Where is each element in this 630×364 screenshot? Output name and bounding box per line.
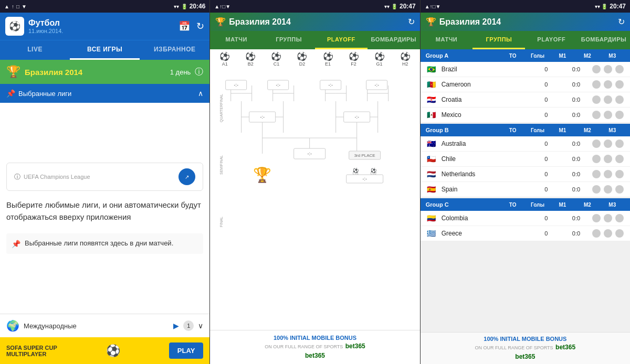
flag-croatia: 🇭🇷	[426, 95, 437, 104]
cl-info: ⓘ UEFA Champions League	[14, 173, 90, 181]
tab-matches-2[interactable]: МАТЧИ	[210, 31, 262, 49]
circle-3	[615, 229, 624, 238]
group-c-m3: М3	[600, 202, 625, 208]
ball-e1: ⚽	[323, 51, 333, 61]
champions-league-box: ⓘ UEFA Champions League ↗	[6, 163, 203, 191]
goals-spain: 0:0	[561, 186, 591, 192]
bracket-top-row: ⚽ A1 ⚽ B2 ⚽ C1 ⚽ D2 ⚽ E1 ⚽ F2	[214, 51, 415, 67]
bet365-brand-2: bet365	[345, 342, 365, 350]
calendar-icon[interactable]: 📅	[178, 20, 190, 32]
flag-netherlands: 🇳🇱	[426, 170, 437, 178]
to-croatia: 0	[531, 97, 561, 103]
status-bar-3: ▲↑□▼ ▾▾ 🔋 20:47	[421, 0, 630, 13]
tab-groups-2[interactable]: ГРУППЫ	[262, 31, 315, 49]
svg-text:-:-: -:-	[329, 82, 333, 88]
tab-scorers-2[interactable]: БОМБАРДИРЫ	[368, 31, 420, 49]
refresh-icon-2[interactable]: ↻	[408, 17, 415, 27]
group-a-to: ТО	[500, 53, 525, 59]
tab-scorers-3[interactable]: БОМБАРДИРЫ	[578, 31, 630, 49]
refresh-icon-3[interactable]: ↻	[618, 17, 625, 27]
to-cameroon: 0	[531, 81, 561, 88]
circle-3	[615, 80, 624, 89]
play-icon-small[interactable]: ▶	[173, 322, 179, 330]
group-b-header: Group B ТО Голы М1 М2 М3	[421, 124, 630, 136]
signal-icon-2: ▲↑□▼	[214, 4, 230, 9]
bonus-subtext-2: ON OUR FULL RANGE OF SPORTS	[265, 344, 343, 349]
slot-label-f2: F2	[351, 61, 356, 67]
svg-text:-:-: -:-	[355, 114, 360, 120]
circle-3	[615, 185, 624, 194]
info-icon[interactable]: ⓘ	[195, 67, 203, 78]
flag-greece: 🇬🇷	[426, 229, 437, 238]
group-b-name: Group B	[426, 127, 500, 133]
slot-label-d2: D2	[299, 61, 306, 67]
group-c-m2: М2	[575, 202, 600, 208]
tab-groups-3[interactable]: ГРУППЫ	[472, 31, 525, 49]
team-row-colombia: 🇨🇴 Colombia 0 0:0	[421, 211, 630, 226]
international-label: Международные	[24, 322, 169, 330]
tab-playoff-2[interactable]: PLAYOFF	[315, 31, 368, 49]
brazil-day: 1 день	[170, 68, 191, 76]
group-table-c: Group C ТО Голы М1 М2 М3 🇨🇴 Colombia 0 0…	[421, 198, 630, 241]
goals-chile: 0:0	[561, 156, 591, 162]
status-bar-left-3: ▲↑□▼	[425, 4, 441, 9]
group-b-m1: М1	[550, 127, 575, 133]
to-spain: 0	[531, 186, 561, 192]
circle-2	[604, 155, 612, 163]
to-australia: 0	[531, 141, 561, 147]
circle-1	[592, 95, 601, 104]
refresh-icon-1[interactable]: ↻	[196, 20, 204, 32]
team-row-spain: 🇪🇸 Spain 0 0:0	[421, 182, 630, 197]
ball-c1: ⚽	[271, 51, 281, 61]
trophy-icon: 🏆	[6, 65, 20, 79]
select-text: Выберите любимые лиги, и они автоматичес…	[6, 199, 203, 223]
wifi-icon-3: ▾▾ 🔋	[595, 4, 608, 9]
bonus-sub-2: ON OUR FULL RANGE OF SPORTS bet365	[214, 341, 415, 350]
team-row-chile: 🇨🇱 Chile 0 0:0	[421, 152, 630, 167]
brazil-header-3: 🏆 Бразилия 2014 ↻	[421, 13, 630, 31]
tab-favorites[interactable]: ИЗБРАННОЕ	[140, 40, 209, 60]
bonus-text-3: 100% INITIAL MOBILE BONUS	[426, 336, 625, 342]
time-display-3: 20:47	[610, 3, 626, 10]
goals-australia: 0:0	[561, 141, 591, 147]
slot-h2: ⚽ H2	[400, 51, 411, 67]
svg-text:3rd PLACE: 3rd PLACE	[354, 153, 375, 158]
bracket-visual: ⚽ A1 ⚽ B2 ⚽ C1 ⚽ D2 ⚽ E1 ⚽ F2	[210, 49, 419, 330]
slot-f2: ⚽ F2	[349, 51, 359, 67]
name-chile: Chile	[442, 155, 531, 163]
groups-area: Group A ТО Голы М1 М2 М3 🇧🇷 Brazil 0 0:0	[421, 49, 630, 332]
team-row-brazil: 🇧🇷 Brazil 0 0:0	[421, 62, 630, 77]
tab-live[interactable]: LIVE	[0, 40, 70, 60]
circle-3	[615, 214, 624, 222]
status-bar-right-2: ▾▾ 🔋 20:47	[384, 3, 415, 10]
bonus-bar-3: 100% INITIAL MOBILE BONUS ON OUR FULL RA…	[421, 332, 630, 364]
flag-spain: 🇪🇸	[426, 185, 437, 194]
nav-icon: ▼	[22, 4, 27, 9]
cl-info-icon: ⓘ	[14, 173, 20, 181]
name-croatia: Croatia	[442, 96, 531, 103]
circle-1	[592, 155, 601, 163]
to-brazil: 0	[531, 66, 561, 72]
chevron-down-icon[interactable]: ∨	[198, 322, 203, 330]
slot-a1: ⚽ A1	[219, 51, 230, 67]
bet365-logo-2: bet365	[305, 352, 325, 359]
group-c-goals: Голы	[525, 202, 550, 208]
name-netherlands: Netherlands	[442, 170, 531, 178]
tab-playoff-3[interactable]: PLAYOFF	[525, 31, 578, 49]
status-bar-2: ▲↑□▼ ▾▾ 🔋 20:47	[210, 0, 419, 13]
featured-leagues-header: 📌 Выбранные лиги ∧	[0, 84, 209, 103]
pin-icon: 📌	[6, 89, 15, 98]
slot-g1: ⚽ G1	[374, 51, 385, 67]
circle-2	[604, 214, 612, 222]
team-row-croatia: 🇭🇷 Croatia 0 0:0	[421, 92, 630, 108]
app-header-1: ⚽ Футбол 11.июн.2014. 📅 ↻	[0, 13, 209, 40]
tab-matches-3[interactable]: МАТЧИ	[421, 31, 473, 49]
circle-2	[604, 229, 612, 238]
circles-greece	[591, 229, 625, 238]
app-icon: ⚽	[5, 17, 24, 36]
chevron-up-icon[interactable]: ∧	[198, 89, 203, 98]
tab-all-games[interactable]: ВСЕ ИГРЫ	[70, 40, 140, 60]
featured-label: Выбранные лиги	[18, 90, 71, 98]
team-row-greece: 🇬🇷 Greece 0 0:0	[421, 226, 630, 241]
play-button[interactable]: PLAY	[169, 342, 203, 359]
